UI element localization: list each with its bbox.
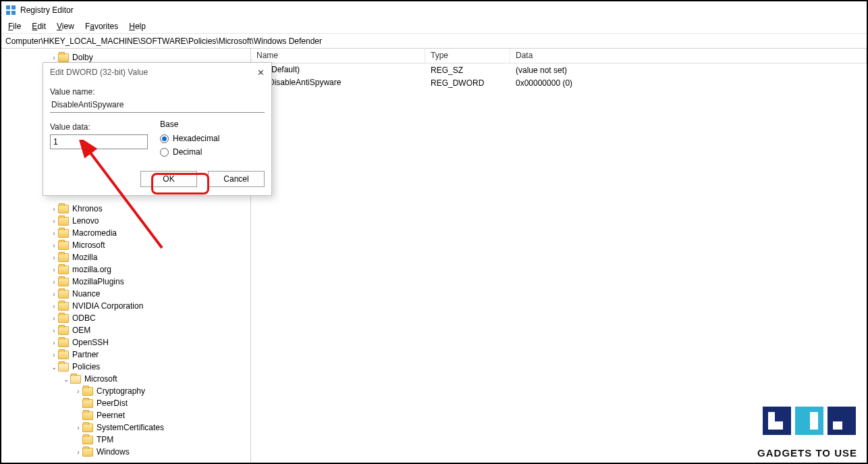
- value-data: (value not set): [510, 65, 867, 76]
- value-data-input[interactable]: [50, 134, 148, 149]
- radio-hex-label: Hexadecimal: [173, 134, 219, 143]
- svg-rect-3: [11, 11, 16, 15]
- tree-item[interactable]: ›Microsoft: [1, 239, 250, 251]
- chevron-right-icon[interactable]: ›: [50, 217, 58, 225]
- chevron-down-icon[interactable]: ⌄: [62, 376, 70, 383]
- base-label: Base: [160, 120, 265, 129]
- tree-item[interactable]: ›Lenovo: [1, 215, 250, 227]
- folder-icon: [58, 217, 69, 226]
- chevron-right-icon[interactable]: ›: [50, 278, 58, 286]
- tree-item-label: Dolby: [72, 53, 93, 62]
- radio-hex-indicator: [160, 134, 169, 143]
- value-name-label: Value name:: [50, 87, 265, 97]
- list-row[interactable]: DisableAntiSpywareREG_DWORD0x00000000 (0…: [251, 76, 867, 89]
- tree-item[interactable]: ›ODBC: [1, 312, 250, 324]
- tree-item[interactable]: ›NVIDIA Corporation: [1, 300, 250, 312]
- tree-item-label: PeerDist: [96, 398, 128, 408]
- chevron-right-icon[interactable]: ›: [50, 303, 58, 310]
- address-path: Computer\HKEY_LOCAL_MACHINE\SOFTWARE\Pol…: [5, 36, 322, 46]
- watermark-text: GADGETS TO USE: [757, 447, 857, 459]
- tree-item[interactable]: ›SystemCertificates: [1, 421, 250, 434]
- dialog-title: Edit DWORD (32-bit) Value: [50, 68, 148, 77]
- folder-icon: [82, 448, 93, 457]
- dialog-titlebar[interactable]: Edit DWORD (32-bit) Value ✕: [43, 63, 271, 82]
- folder-icon: [82, 387, 93, 396]
- menu-file[interactable]: File: [8, 22, 21, 31]
- radio-dec-indicator: [160, 148, 169, 157]
- close-icon[interactable]: ✕: [257, 68, 265, 78]
- folder-icon: [58, 241, 69, 250]
- folder-icon: [58, 278, 69, 286]
- tree-item[interactable]: ›MozillaPlugins: [1, 276, 250, 288]
- list-row[interactable]: (Default)REG_SZ(value not set): [251, 63, 867, 76]
- chevron-right-icon[interactable]: ›: [50, 242, 58, 249]
- tree-item-label: Partner: [72, 350, 99, 359]
- cancel-button[interactable]: Cancel: [208, 171, 265, 187]
- tree-item[interactable]: ›PeerDist: [1, 397, 250, 409]
- tree-item[interactable]: ›Mozilla: [1, 251, 250, 263]
- chevron-right-icon[interactable]: ›: [50, 327, 58, 334]
- tree-item-label: mozilla.org: [72, 265, 111, 274]
- tree-item-label: Nuance: [72, 289, 100, 299]
- col-header-type[interactable]: Type: [425, 49, 510, 63]
- svg-rect-2: [6, 11, 10, 15]
- chevron-right-icon[interactable]: ›: [50, 351, 58, 359]
- chevron-right-icon[interactable]: ›: [50, 339, 58, 346]
- addressbar[interactable]: Computer\HKEY_LOCAL_MACHINE\SOFTWARE\Pol…: [1, 34, 867, 49]
- tree-item[interactable]: ⌄Microsoft: [1, 373, 250, 385]
- chevron-right-icon[interactable]: ›: [50, 254, 58, 261]
- tree-item[interactable]: ›TPM: [1, 434, 250, 446]
- window-title: Registry Editor: [20, 5, 74, 15]
- tree-item-label: Microsoft: [72, 240, 105, 250]
- tree-item-label: SystemCertificates: [96, 423, 164, 432]
- edit-dword-dialog: Edit DWORD (32-bit) Value ✕ Value name: …: [43, 62, 272, 196]
- folder-icon: [58, 338, 69, 347]
- tree-item-label: Macromedia: [72, 228, 117, 238]
- tree-item[interactable]: ›Peernet: [1, 409, 250, 421]
- tree-item[interactable]: ›Nuance: [1, 288, 250, 300]
- svg-rect-10: [801, 412, 810, 430]
- tree-item[interactable]: ›Macromedia: [1, 227, 250, 239]
- chevron-right-icon[interactable]: ›: [74, 424, 82, 432]
- tree-item[interactable]: ⌄Policies: [1, 361, 250, 373]
- tree-item-label: MozillaPlugins: [72, 277, 124, 286]
- ok-button[interactable]: OK: [140, 171, 197, 187]
- chevron-right-icon[interactable]: ›: [74, 388, 82, 395]
- folder-icon: [58, 290, 69, 299]
- chevron-right-icon[interactable]: ›: [50, 290, 58, 298]
- value-name-field[interactable]: DisableAntiSpyware: [50, 98, 265, 113]
- folder-icon: [82, 423, 93, 432]
- col-header-data[interactable]: Data: [510, 49, 867, 63]
- values-list[interactable]: Name Type Data (Default)REG_SZ(value not…: [251, 49, 867, 463]
- tree-item[interactable]: ›OpenSSH: [1, 336, 250, 349]
- tree-item[interactable]: ›Cryptography: [1, 385, 250, 397]
- tree-item-label: Lenovo: [72, 216, 99, 226]
- tree-item[interactable]: ›OEM: [1, 324, 250, 336]
- folder-icon: [58, 205, 69, 213]
- chevron-down-icon[interactable]: ⌄: [50, 363, 58, 371]
- tree-item-label: OEM: [72, 326, 90, 335]
- folder-icon: [58, 253, 69, 262]
- value-type: REG_SZ: [425, 65, 510, 76]
- radio-hexadecimal[interactable]: Hexadecimal: [160, 132, 265, 145]
- folder-icon: [58, 363, 69, 371]
- svg-rect-7: [775, 412, 783, 421]
- tree-item[interactable]: ›Khronos: [1, 203, 250, 215]
- folder-icon: [58, 314, 69, 323]
- chevron-right-icon[interactable]: ›: [50, 266, 58, 274]
- col-header-name[interactable]: Name: [251, 49, 425, 63]
- list-header: Name Type Data: [251, 49, 867, 63]
- tree-item[interactable]: ›Partner: [1, 349, 250, 361]
- chevron-right-icon[interactable]: ›: [74, 448, 82, 456]
- menu-help[interactable]: Help: [129, 22, 146, 31]
- radio-decimal[interactable]: Decimal: [160, 145, 265, 159]
- chevron-right-icon[interactable]: ›: [50, 230, 58, 237]
- chevron-right-icon[interactable]: ›: [50, 54, 58, 61]
- menu-edit[interactable]: Edit: [32, 22, 46, 31]
- tree-item[interactable]: ›mozilla.org: [1, 263, 250, 276]
- tree-item[interactable]: ›Windows: [1, 446, 250, 458]
- chevron-right-icon[interactable]: ›: [50, 205, 58, 213]
- menu-favorites[interactable]: Favorites: [85, 22, 118, 31]
- menu-view[interactable]: View: [57, 22, 74, 31]
- chevron-right-icon[interactable]: ›: [50, 315, 58, 322]
